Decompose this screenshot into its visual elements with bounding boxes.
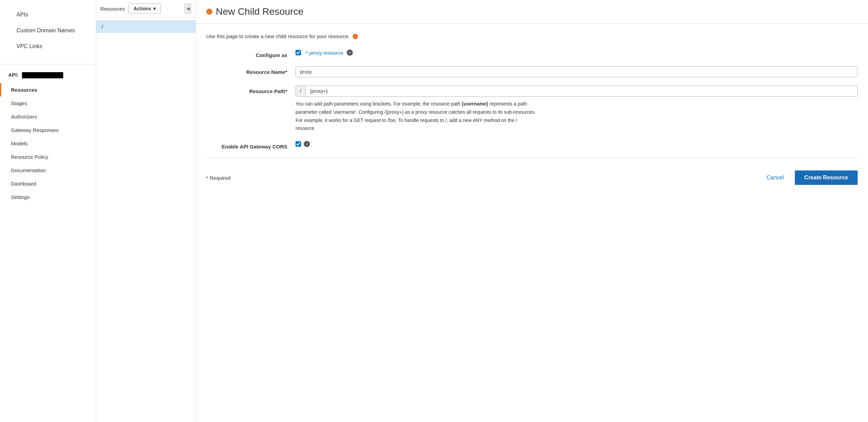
configure-proxy-control: ↗ proxy resource i <box>296 49 858 56</box>
sidebar-item-documentation[interactable]: Documentation <box>0 164 96 177</box>
resources-header: Resources Actions ▾ ◀ <box>96 0 196 18</box>
proxy-checkbox-container <box>296 50 301 55</box>
cors-control: i <box>296 141 858 147</box>
sidebar-item-resources[interactable]: Resources <box>0 83 96 97</box>
resource-name-control <box>296 66 858 77</box>
sidebar-sub-items: Resources Stages Authorizers Gateway Res… <box>0 83 96 204</box>
sidebar-item-gateway-responses[interactable]: Gateway Responses <box>0 123 96 137</box>
path-input-group: / {proxy+} <box>296 86 858 97</box>
configure-proxy-row: Configure as ↗ proxy resource i <box>206 49 858 58</box>
resources-panel-title: Resources <box>100 6 125 12</box>
resource-name-input[interactable] <box>296 66 858 77</box>
proxy-resource-link[interactable]: ↗ proxy resource <box>304 50 343 56</box>
form-footer-divider <box>206 158 858 158</box>
main-content: New Child Resource Use this page to crea… <box>196 0 868 422</box>
cancel-button[interactable]: Cancel <box>761 172 789 184</box>
sidebar-item-resource-policy[interactable]: Resource Policy <box>0 150 96 164</box>
footer-buttons: Cancel Create Resource <box>761 170 858 185</box>
subtitle-text: Use this page to create a new child reso… <box>206 33 350 39</box>
sidebar-divider <box>0 64 96 64</box>
path-prefix: / <box>296 86 306 96</box>
cors-row: Enable API Gateway CORS i <box>206 141 858 149</box>
configure-proxy-label: Configure as <box>206 49 296 58</box>
sidebar-top: APIs Custom Domain Names VPC Links <box>0 0 96 61</box>
actions-button[interactable]: Actions ▾ <box>129 3 161 14</box>
page-title: New Child Resource <box>216 6 303 17</box>
path-value: {proxy+} <box>306 86 857 96</box>
cors-info-icon[interactable]: i <box>304 141 310 147</box>
subtitle-orange-dot <box>353 34 358 39</box>
collapse-panel-button[interactable]: ◀ <box>185 3 191 14</box>
resource-name-row: Resource Name* <box>206 66 858 77</box>
actions-dropdown-icon: ▾ <box>153 6 156 11</box>
proxy-link-area: ↗ proxy resource i <box>296 49 858 56</box>
header-orange-dot <box>206 9 212 15</box>
sidebar-item-stages[interactable]: Stages <box>0 97 96 110</box>
api-name-redacted <box>22 72 63 78</box>
main-header: New Child Resource <box>196 0 868 24</box>
sidebar-item-authorizers[interactable]: Authorizers <box>0 110 96 123</box>
sidebar-item-dashboard[interactable]: Dashboard <box>0 177 96 190</box>
sidebar-item-settings[interactable]: Settings <box>0 190 96 204</box>
resource-path-row: Resource Path* / {proxy+} You can add pa… <box>206 86 858 133</box>
sidebar-item-apis[interactable]: APIs <box>8 7 88 23</box>
resource-name-label: Resource Name* <box>206 66 296 75</box>
resource-item-root[interactable]: / <box>96 20 196 33</box>
resource-path-control: / {proxy+} You can add path parameters u… <box>296 86 858 133</box>
resource-tree: / <box>96 18 196 36</box>
create-resource-button[interactable]: Create Resource <box>795 170 858 185</box>
help-text-bold: {username} <box>462 101 488 107</box>
sidebar-item-custom-domain-names[interactable]: Custom Domain Names <box>8 23 88 38</box>
resources-panel: Resources Actions ▾ ◀ / <box>96 0 196 422</box>
external-link-icon: ↗ <box>304 50 308 55</box>
path-help-text: You can add path parameters using bracke… <box>296 100 536 133</box>
main-body: Use this page to create a new child reso… <box>196 24 868 422</box>
api-label-text: API: <box>8 72 19 78</box>
cors-checkbox[interactable] <box>296 141 301 147</box>
subtitle: Use this page to create a new child reso… <box>206 33 858 39</box>
proxy-checkbox[interactable] <box>296 50 301 55</box>
sidebar: APIs Custom Domain Names VPC Links API: … <box>0 0 96 422</box>
sidebar-item-vpc-links[interactable]: VPC Links <box>8 38 88 54</box>
cors-checkbox-container: i <box>296 141 858 147</box>
resource-path-label: Resource Path* <box>206 86 296 94</box>
required-note: * Required <box>206 175 231 181</box>
api-label: API: <box>0 67 96 83</box>
actions-label: Actions <box>134 6 151 11</box>
form-footer: * Required Cancel Create Resource <box>206 165 858 190</box>
help-text-part1: You can add path parameters using bracke… <box>296 101 462 107</box>
proxy-link-text: proxy resource <box>309 50 343 56</box>
sidebar-item-models[interactable]: Models <box>0 137 96 150</box>
cors-label: Enable API Gateway CORS <box>206 141 296 149</box>
proxy-info-icon[interactable]: i <box>347 49 353 56</box>
